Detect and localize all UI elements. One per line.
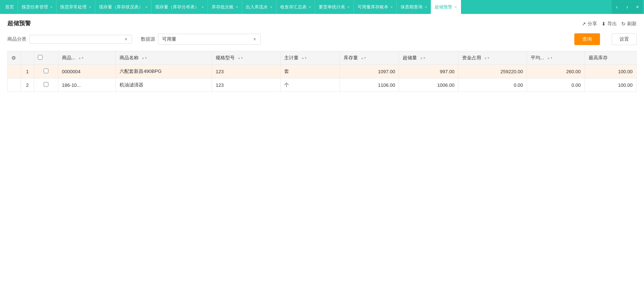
datasource-label: 数据源 [141,36,155,42]
table-row: 1 0000004 六配套新昌490BPG 123 套 1097.00 997.… [8,65,637,78]
sort-icon[interactable]: ▲▼ [238,57,244,60]
close-icon[interactable]: × [425,5,427,9]
sort-icon[interactable]: ▲▼ [361,57,366,60]
td-unit: 套 [281,65,340,78]
th-avg: 平均... ▲▼ [527,51,585,65]
td-max-stock: 100.00 [585,78,636,92]
close-icon[interactable]: × [309,5,311,9]
page-title: 超储预警 [7,20,31,27]
category-filter: 商品分类 ▼ [7,35,132,44]
td-product-code: 186-10... [58,78,116,92]
close-icon[interactable]: × [236,5,238,9]
td-product-name: 机油滤清器 [116,78,212,92]
select-all-checkbox[interactable] [38,55,43,60]
th-product-code: 商品... ▲▼ [58,51,116,65]
share-icon: ↗ [582,21,586,27]
nav-tab-task-mgmt[interactable]: 拣货任务管理 × [18,0,56,14]
gear-icon[interactable]: ⚙ [11,55,16,61]
td-num: 1 [21,65,34,78]
td-overstock-qty: 997.00 [399,65,458,78]
close-icon[interactable]: × [201,5,204,9]
td-unit: 个 [281,78,340,92]
td-settings [8,65,21,78]
nav-tab-abnormal[interactable]: 拣货异常处理 × [56,0,95,14]
close-icon[interactable]: × [391,5,393,9]
sort-icon[interactable]: ▲▼ [301,57,307,60]
th-overstock-qty: 超储量 ▲▼ [399,51,458,65]
td-checkbox[interactable] [34,78,58,92]
nav-tab-quality-period[interactable]: 保质期查询 × [397,0,431,14]
chevron-down-icon: ▼ [253,37,257,41]
data-table: ⚙ 商品... ▲▼ 商品名称 ▲▼ 规格型号 ▲▼ [7,51,637,92]
nav-prev-btn[interactable]: ‹ [612,0,622,14]
nav-tab-order-stat[interactable]: 要货单统计表 × [315,0,354,14]
chevron-down-icon: ▼ [124,37,128,41]
td-settings [8,78,21,92]
nav-close-btn[interactable]: × [632,0,643,14]
td-capital-usage: 259220.00 [458,65,527,78]
td-overstock-qty: 1006.00 [399,78,458,92]
td-spec: 123 [212,65,281,78]
page-content: 超储预警 ↗ 分享 ⬇ 导出 ↻ 刷新 商品分类 ▼ 数据源 [0,14,644,293]
close-icon[interactable]: × [347,5,350,9]
datasource-filter: 数据源 可用量 ▼ [141,34,261,45]
sort-icon[interactable]: ▲▼ [142,57,147,60]
td-avg: 0.00 [527,78,585,92]
td-checkbox[interactable] [34,65,58,78]
nav-tab-home[interactable]: 首页 [1,0,18,14]
category-select[interactable]: ▼ [29,35,132,44]
th-max-stock: 最高库存 [585,51,636,65]
sort-icon[interactable]: ▲▼ [547,57,553,60]
header-actions: ↗ 分享 ⬇ 导出 ↻ 刷新 [582,21,637,27]
close-icon[interactable]: × [454,5,457,9]
td-spec: 123 [212,78,281,92]
close-icon[interactable]: × [145,5,147,9]
filter-row: 商品分类 ▼ 数据源 可用量 ▼ 查询 设置 [7,33,637,45]
row-checkbox[interactable] [44,68,48,73]
td-stock-qty: 1106.00 [340,78,399,92]
td-avg: 260.00 [527,65,585,78]
td-product-code: 0000004 [58,65,116,78]
close-icon[interactable]: × [270,5,272,9]
nav-tab-stock-dist[interactable]: 现存量（库存分布表） × [151,0,208,14]
top-nav: 首页 拣货任务管理 × 拣货异常处理 × 现存量（库存状况表） × 现存量（库存… [0,0,644,14]
nav-tab-avail-stock[interactable]: 可用量库存账本 × [354,0,397,14]
category-label: 商品分类 [7,36,26,42]
th-checkbox [34,51,58,65]
nav-tab-overstock-warn[interactable]: 超储预警 × [431,0,461,14]
refresh-button[interactable]: ↻ 刷新 [621,21,637,27]
share-button[interactable]: ↗ 分享 [582,21,597,27]
export-icon: ⬇ [601,21,606,27]
nav-tab-inout-flow[interactable]: 出入库流水 × [242,0,276,14]
close-icon[interactable]: × [50,5,52,9]
nav-tab-recv-send[interactable]: 收发存汇总表 × [277,0,315,14]
refresh-icon: ↻ [621,21,626,27]
th-unit: 主计量 ▲▼ [281,51,340,65]
td-num: 2 [21,78,34,92]
datasource-value: 可用量 [162,36,176,42]
close-icon[interactable]: × [89,5,91,9]
th-num [21,51,34,65]
td-product-name: 六配套新昌490BPG [116,65,212,78]
sort-icon[interactable]: ▲▼ [78,57,84,60]
nav-next-btn[interactable]: › [622,0,632,14]
th-spec: 规格型号 ▲▼ [212,51,281,65]
nav-arrows: ‹ › × [612,0,643,14]
th-capital-usage: 资金占用 ▲▼ [458,51,527,65]
row-checkbox[interactable] [44,82,48,87]
page-header: 超储预警 ↗ 分享 ⬇ 导出 ↻ 刷新 [7,20,637,27]
nav-tab-stock-batch[interactable]: 库存批次账 × [208,0,242,14]
settings-button[interactable]: 设置 [612,33,637,45]
nav-tab-stock-status[interactable]: 现存量（库存状况表） × [95,0,151,14]
sort-icon[interactable]: ▲▼ [484,57,490,60]
sort-icon[interactable]: ▲▼ [420,57,426,60]
query-button[interactable]: 查询 [574,33,600,45]
export-button[interactable]: ⬇ 导出 [601,21,617,27]
th-stock-qty: 库存量 ▲▼ [340,51,399,65]
td-max-stock: 100.00 [585,65,636,78]
td-capital-usage: 0.00 [458,78,527,92]
datasource-select[interactable]: 可用量 ▼ [158,34,261,45]
th-product-name: 商品名称 ▲▼ [116,51,212,65]
th-settings: ⚙ [8,51,21,65]
table-row: 2 186-10... 机油滤清器 123 个 1106.00 1006.00 … [8,78,637,92]
